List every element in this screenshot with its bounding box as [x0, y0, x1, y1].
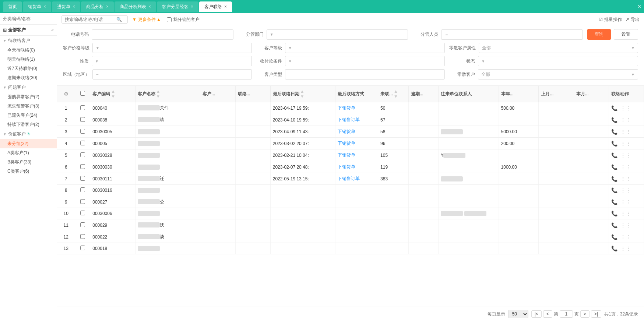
th-thismonth[interactable]: 本月... — [574, 86, 609, 102]
select-all-checkbox[interactable] — [80, 91, 85, 96]
row-checkbox[interactable] — [80, 141, 85, 145]
tab-purchase-close[interactable]: × — [73, 4, 75, 9]
tab-customer-tier-close[interactable]: × — [191, 4, 193, 9]
th-action[interactable]: 联络动作 — [609, 86, 644, 102]
th-date[interactable]: 最后联络日期 ▲▼ — [270, 86, 335, 102]
more-icon[interactable]: ⋮⋮ — [620, 117, 631, 123]
th-type[interactable]: 客户... — [200, 86, 235, 102]
filter-search-input[interactable] — [65, 17, 116, 22]
sidebar-item-class-b[interactable]: B类客户(33) — [0, 158, 57, 167]
th-code[interactable]: 客户编码 ▲▼ — [90, 86, 135, 102]
page-number-input[interactable] — [560, 310, 573, 318]
reset-button[interactable]: 设置 — [614, 29, 638, 40]
filter-retail-select[interactable]: 全部 ▼ — [478, 69, 638, 80]
th-contact[interactable]: 联络... — [235, 86, 270, 102]
sidebar-search-input[interactable] — [3, 16, 57, 21]
filter-search-icon[interactable]: 🔍 — [116, 17, 122, 22]
next-page-button[interactable]: > — [580, 310, 590, 318]
th-uncontacted[interactable]: 未联... ▲▼ — [378, 86, 409, 102]
filter-manager-input[interactable]: ··· — [441, 29, 583, 40]
settings-icon[interactable]: ⚙ — [64, 91, 68, 97]
row-checkbox[interactable] — [80, 211, 85, 215]
row-checkbox[interactable] — [80, 222, 85, 227]
filter-level-select[interactable]: ▼ — [285, 43, 445, 53]
sidebar-item-declining[interactable]: 持续下滑客户(2) — [0, 120, 57, 129]
more-icon[interactable]: ⋮⋮ — [620, 141, 631, 147]
row-checkbox[interactable] — [80, 164, 85, 169]
method-link[interactable]: 下销货单 — [338, 164, 355, 169]
sidebar-group-problem-title[interactable]: ▼ 问题客户 — [0, 82, 57, 92]
phone-icon[interactable]: 📞 — [611, 117, 617, 123]
more-icon[interactable]: ⋮⋮ — [620, 129, 631, 135]
sidebar-item-ungroup[interactable]: 未分组(32) — [0, 139, 57, 148]
batch-operation-button[interactable]: ☑ 批量操作 — [599, 17, 622, 23]
sidebar-item-tomorrow[interactable]: 明天待联络(1) — [0, 55, 57, 64]
more-icon[interactable]: ⋮⋮ — [620, 187, 631, 193]
prev-page-button[interactable]: < — [543, 310, 552, 318]
tab-bar-close[interactable]: × — [638, 3, 641, 10]
more-icon[interactable]: ⋮⋮ — [620, 211, 631, 216]
row-checkbox[interactable] — [80, 187, 85, 192]
export-button[interactable]: ↗ 导出 — [626, 17, 640, 23]
filter-price-select[interactable]: ▼ — [92, 43, 252, 53]
phone-icon[interactable]: 📞 — [611, 176, 617, 182]
sidebar-group-value-title[interactable]: ▼ 价值客户 ↻ — [0, 129, 57, 139]
more-icon[interactable]: ⋮⋮ — [620, 164, 631, 170]
th-overdue[interactable]: 逾期... — [408, 86, 439, 102]
phone-icon[interactable]: 📞 — [611, 141, 617, 147]
th-method[interactable]: 最后联络方式 — [335, 86, 378, 102]
more-icon[interactable]: ⋮⋮ — [620, 246, 631, 251]
more-icon[interactable]: ⋮⋮ — [620, 152, 631, 158]
last-page-button[interactable]: >| — [591, 310, 601, 318]
tab-home[interactable]: 首页 — [3, 1, 22, 12]
row-checkbox[interactable] — [80, 117, 85, 122]
filter-region-input[interactable]: ··· — [92, 69, 252, 80]
tab-customer-contact-close[interactable]: × — [224, 4, 227, 9]
filter-more-button[interactable]: ▼ 更多条件 ▲ — [132, 17, 161, 23]
tab-sales[interactable]: 销货单 × — [23, 1, 51, 12]
sidebar-item-class-a[interactable]: A类客户(1) — [0, 148, 57, 158]
method-link[interactable]: 下销货单 — [338, 152, 355, 158]
page-size-select[interactable]: 50 20 100 — [508, 310, 528, 318]
method-link[interactable]: 下销货单 — [338, 141, 355, 146]
tab-product-list[interactable]: 商品分析列表 × — [115, 1, 156, 12]
tab-customer-tier[interactable]: 客户分层经客 × — [157, 1, 198, 12]
phone-icon[interactable]: 📞 — [611, 187, 617, 193]
sidebar-item-abnormal[interactable]: 囤购异常客户(2) — [0, 92, 57, 102]
more-icon[interactable]: ⋮⋮ — [620, 176, 631, 182]
tab-sales-close[interactable]: × — [43, 4, 46, 9]
filter-payment-select[interactable]: ▼ — [285, 56, 445, 66]
row-checkbox[interactable] — [80, 176, 85, 181]
method-link[interactable]: 下销售订单 — [338, 117, 360, 122]
tab-product-list-close[interactable]: × — [148, 4, 151, 9]
phone-icon[interactable]: 📞 — [611, 129, 617, 135]
row-checkbox[interactable] — [80, 234, 85, 239]
phone-icon[interactable]: 📞 — [611, 105, 617, 111]
row-checkbox[interactable] — [80, 129, 85, 134]
row-checkbox[interactable] — [80, 246, 85, 250]
th-contacts[interactable]: 往来单位联系人 — [439, 86, 499, 102]
th-lastmonth[interactable]: 上月... — [539, 86, 574, 102]
my-customers-checkbox[interactable] — [167, 17, 172, 22]
phone-icon[interactable]: 📞 — [611, 246, 617, 251]
filter-status-select[interactable]: ▼ — [478, 56, 638, 66]
more-icon[interactable]: ⋮⋮ — [620, 234, 631, 240]
more-icon[interactable]: ⋮⋮ — [620, 105, 631, 111]
phone-icon[interactable]: 📞 — [611, 222, 617, 228]
more-icon[interactable]: ⋮⋮ — [620, 222, 631, 228]
phone-icon[interactable]: 📞 — [611, 152, 617, 158]
tab-product-analysis-close[interactable]: × — [106, 4, 109, 9]
filter-ctype-input[interactable] — [285, 69, 445, 80]
method-link[interactable]: 下销货单 — [338, 105, 355, 110]
phone-icon[interactable]: 📞 — [611, 164, 617, 170]
query-button[interactable]: 查询 — [587, 29, 611, 40]
sidebar-item-7days[interactable]: 近7天待联络(0) — [0, 64, 57, 73]
method-link[interactable]: 下销货单 — [338, 129, 355, 134]
row-checkbox[interactable] — [80, 199, 85, 204]
sidebar-item-overdue[interactable]: 逾期未联络(30) — [0, 73, 57, 82]
sidebar-all-customers[interactable]: ⊞ 全部客户 « — [0, 25, 57, 36]
method-link[interactable]: 下销售订单 — [338, 176, 360, 181]
th-year[interactable]: 本年... — [499, 86, 539, 102]
filter-scatter-select[interactable]: 全部 ▼ — [479, 43, 638, 53]
row-checkbox[interactable] — [80, 105, 85, 110]
